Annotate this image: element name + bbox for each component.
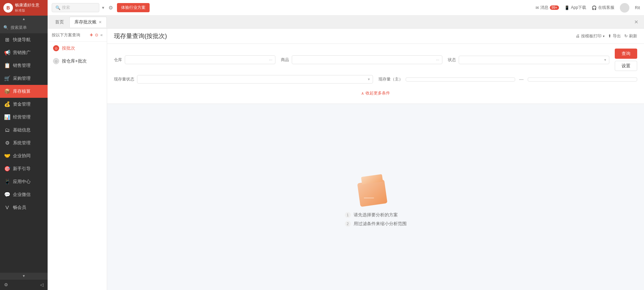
goods-input[interactable]: ··· — [292, 55, 442, 64]
topbar-messages[interactable]: ✉ 消息 99+ — [536, 5, 559, 11]
hint-num-2: 2 — [345, 221, 351, 227]
add-scheme-icon[interactable]: + — [90, 32, 93, 38]
settings-button[interactable]: 设置 — [615, 61, 637, 71]
query-button[interactable]: 查询 — [615, 49, 637, 59]
sidebar-item-label: 采购管理 — [13, 75, 31, 81]
topbar-online-service[interactable]: 🎧 在线客服 — [592, 5, 614, 11]
collapse-label: 收起更多条件 — [366, 90, 390, 96]
page-title: 现存量查询(按批次) — [114, 32, 167, 40]
sidebar-item-quick-nav[interactable]: ⊞ 快捷导航 — [0, 33, 48, 46]
status-label: 状态 — [448, 57, 456, 63]
sidebar-item-operations[interactable]: 📊 经营管理 — [0, 111, 48, 124]
tab-home-label: 首页 — [55, 19, 64, 25]
sidebar-item-app-center[interactable]: 📱 应用中心 — [0, 175, 48, 188]
sidebar-item-label: 企业微信 — [13, 192, 31, 198]
filter-collapse[interactable]: ∧ 收起更多条件 — [114, 88, 637, 99]
topbar: 🔍 搜索 ▾ ⚙ 体验行业方案 ✉ 消息 99+ 📱 App下载 🎧 在线客服 … — [48, 0, 644, 16]
warehouse-input[interactable]: ··· — [125, 55, 275, 64]
print-chevron-icon[interactable]: ▾ — [603, 34, 605, 38]
inv-status-label: 现存量状态 — [114, 76, 134, 82]
qty-input-to[interactable] — [528, 77, 637, 81]
sidebar-item-label: 新手引导 — [13, 166, 31, 172]
search-small-icon: 🔍 — [55, 5, 61, 10]
hint-num-1: 1 — [345, 212, 351, 218]
goods-dots[interactable]: ··· — [436, 57, 439, 62]
inventory-icon: 📦 — [4, 88, 10, 94]
messages-badge: 99+ — [550, 5, 559, 10]
sidebar-settings-icon[interactable]: ⚙ — [4, 282, 8, 287]
inv-status-chevron-icon[interactable]: ▾ — [368, 77, 370, 81]
filter-goods-group: 商品 ··· — [281, 55, 442, 64]
sidebar-scroll-down[interactable]: ▼ — [0, 273, 48, 279]
sidebar-item-finance[interactable]: 💰 资金管理 — [0, 98, 48, 111]
content-area: 按以下方案查询 + ⊙ « ⊙ 按批次 ⊙ 按仓库+批次 现存量查询(按批次) — [48, 29, 644, 290]
sidebar-item-label: 资金管理 — [13, 101, 31, 107]
sidebar-collapse-icon[interactable]: ◁ — [40, 282, 44, 287]
sidebar-item-purchase[interactable]: 🛒 采购管理 — [0, 72, 48, 85]
user-avatar[interactable] — [620, 3, 629, 13]
sidebar-item-cooperation[interactable]: 🤝 企业协同 — [0, 149, 48, 162]
app-subtitle: 标准版 — [15, 8, 39, 13]
sidebar-item-label: 快捷导航 — [13, 37, 31, 43]
sidebar-item-marketing[interactable]: 📢 营销推广 — [0, 46, 48, 59]
filter-action-group: 查询 设置 — [615, 49, 637, 71]
tab-batch-account[interactable]: 库存批次账 ✕ — [69, 17, 107, 28]
print-action[interactable]: 🖨 按模板打印 ▾ — [576, 33, 605, 39]
online-service-icon: 🎧 — [592, 5, 597, 10]
hint-text-1: 请先选择要分析的方案 — [354, 212, 398, 218]
sidebar-item-newbie[interactable]: 🎯 新手引导 — [0, 162, 48, 175]
page-header: 现存量查询(按批次) 🖨 按模板打印 ▾ ⬆ 导出 ↻ 刷新 — [107, 29, 644, 44]
scheme-settings-icon[interactable]: ⊙ — [95, 33, 98, 37]
sidebar-item-basic[interactable]: 🗂 基础信息 — [0, 124, 48, 137]
qty-label: 现存量（主） — [378, 76, 403, 82]
sidebar-search-label: 搜索菜单 — [11, 25, 27, 31]
sidebar-search[interactable]: 🔍 搜索菜单 — [0, 22, 48, 33]
sidebar-item-label: 畅会员 — [13, 204, 26, 211]
sidebar-scroll-up[interactable]: ▲ — [0, 16, 48, 22]
basic-icon: 🗂 — [4, 127, 10, 133]
scheme-by-warehouse-batch-label: 按仓库+批次 — [62, 58, 87, 64]
sidebar-item-label: 经营管理 — [13, 114, 31, 120]
topbar-search[interactable]: 🔍 搜索 — [52, 3, 99, 12]
sidebar-item-label: 销售管理 — [13, 62, 31, 69]
tabbar-close-btn[interactable]: ✕ — [631, 19, 641, 25]
topbar-app-download[interactable]: 📱 App下载 — [564, 5, 586, 11]
scheme-by-warehouse-batch[interactable]: ⊙ 按仓库+批次 — [48, 55, 107, 68]
tab-close-icon[interactable]: ✕ — [99, 20, 102, 24]
sidebar-item-system[interactable]: ⚙ 系统管理 — [0, 137, 48, 149]
filter-warehouse-group: 仓库 ··· — [114, 55, 275, 64]
sidebar-item-vip[interactable]: V 畅会员 — [0, 201, 48, 214]
print-icon: 🖨 — [576, 34, 580, 38]
export-action[interactable]: ⬆ 导出 — [608, 33, 621, 39]
hint-text-2: 用过滤条件来缩小分析范围 — [354, 221, 407, 227]
left-panel-actions: + ⊙ « — [90, 32, 103, 38]
sidebar-item-wechat[interactable]: 💬 企业微信 — [0, 188, 48, 201]
filter-status-group: 状态 ▾ — [448, 56, 609, 64]
scheme-by-batch[interactable]: ⊙ 按批次 — [48, 42, 107, 55]
marketing-icon: 📢 — [4, 50, 10, 56]
sidebar-item-label: 系统管理 — [13, 140, 31, 146]
inv-status-select[interactable]: ▾ — [137, 75, 373, 84]
warehouse-dots[interactable]: ··· — [269, 57, 272, 62]
refresh-action[interactable]: ↻ 刷新 — [624, 33, 637, 39]
box-stripe — [364, 198, 374, 198]
qty-input-from[interactable] — [406, 77, 515, 81]
sidebar-item-inventory[interactable]: 📦 库存核算 — [0, 85, 48, 98]
sidebar-item-sales[interactable]: 📋 销售管理 — [0, 59, 48, 72]
tab-home[interactable]: 首页 — [50, 17, 69, 28]
topbar-chevron-down-icon[interactable]: ▾ — [102, 5, 104, 10]
empty-hint-2: 2 用过滤条件来缩小分析范围 — [345, 221, 407, 227]
filter-row-1: 仓库 ··· 商品 ··· 状态 — [114, 49, 637, 71]
industry-btn[interactable]: 体验行业方案 — [117, 3, 150, 12]
filter-area: 仓库 ··· 商品 ··· 状态 — [107, 44, 644, 104]
sidebar-footer: ⚙ ◁ — [0, 279, 48, 290]
topbar-gear-icon[interactable]: ⚙ — [107, 3, 114, 12]
status-select[interactable]: ▾ — [459, 56, 609, 64]
username-label[interactable]: Rit — [635, 5, 640, 10]
sidebar-item-label: 基础信息 — [13, 127, 31, 133]
status-chevron-icon[interactable]: ▾ — [604, 58, 606, 62]
box-body — [357, 180, 387, 207]
messages-icon: ✉ — [536, 5, 539, 10]
panel-collapse-icon[interactable]: « — [100, 33, 103, 37]
system-icon: ⚙ — [4, 140, 10, 146]
